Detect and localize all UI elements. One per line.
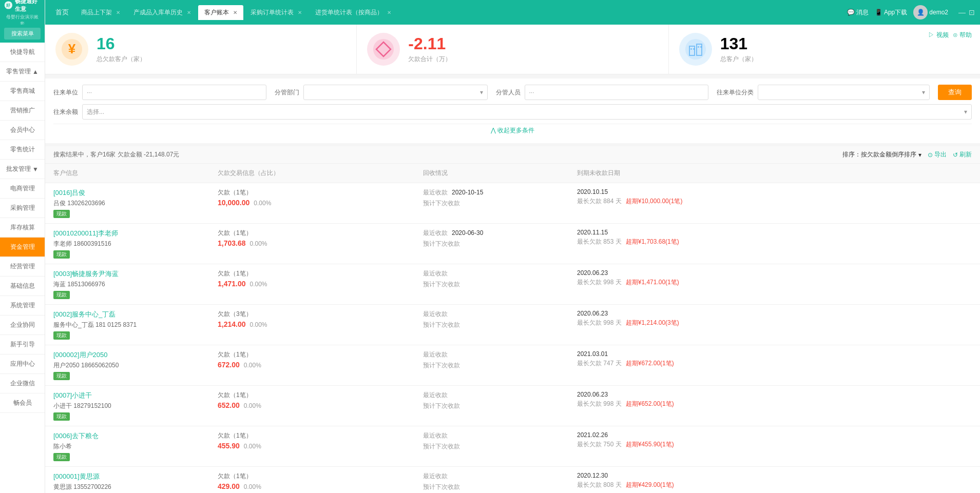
close-tab-stock-stats[interactable]: ✕ bbox=[387, 10, 391, 15]
close-tab-purchase-order[interactable]: ✕ bbox=[298, 10, 302, 15]
max-overdue-days: 最长欠款 808 天 bbox=[577, 481, 622, 489]
customer-name-link[interactable]: [0002]服务中心_丁磊 bbox=[53, 310, 218, 319]
debt-cell: 欠款（3笔） 1,214.00 0.00% bbox=[218, 310, 423, 329]
overdue-link[interactable]: 超期¥672.00(1笔) bbox=[626, 359, 674, 368]
refresh-button[interactable]: ↺ 刷新 bbox=[953, 150, 972, 159]
sort-button[interactable]: 排序：按欠款金额倒序排序 ▾ bbox=[842, 150, 921, 159]
customer-name-link[interactable]: [000002]用户2050 bbox=[53, 350, 218, 360]
dept-select[interactable]: ▾ bbox=[303, 85, 488, 100]
overdue-link[interactable]: 超期¥455.90(1笔) bbox=[626, 440, 674, 449]
debt-cell: 欠款（1笔） 672.00 0.00% bbox=[218, 350, 423, 370]
video-icon: ▷ bbox=[928, 31, 934, 38]
from-unit-input[interactable]: ··· bbox=[82, 85, 266, 100]
overdue-link[interactable]: 超期¥1,471.00(1笔) bbox=[626, 278, 679, 287]
export-button[interactable]: ⊙ 导出 bbox=[928, 150, 947, 159]
tab-stock-stats[interactable]: 进货单统计表（按商品） ✕ bbox=[309, 5, 397, 20]
close-tab-product-history[interactable]: ✕ bbox=[187, 10, 191, 15]
next-collect: 预计下次收款 bbox=[423, 483, 577, 491]
sidebar-item-retail-mall[interactable]: 零售商城 bbox=[0, 82, 45, 101]
unit-class-select[interactable]: ▾ bbox=[758, 85, 930, 100]
sidebar-item-finance[interactable]: 资金管理 bbox=[0, 238, 45, 257]
sidebar-item-vip[interactable]: 畅会员 bbox=[0, 393, 45, 413]
collection-cell: 最近收款 2020-06-30 预计下次收款 bbox=[423, 229, 577, 248]
customer-cell: [0006]去下粮仓 陈小希 现款 bbox=[53, 431, 218, 461]
sidebar-item-ecommerce[interactable]: 电商管理 bbox=[0, 179, 45, 199]
table-row: [00010200011]李老师 李老师 18600391516 现款 欠款（1… bbox=[45, 224, 980, 264]
close-tab-customer-account[interactable]: ✕ bbox=[233, 10, 237, 15]
minimize-icon[interactable]: — bbox=[958, 8, 966, 16]
balance-chevron-icon: ▾ bbox=[964, 108, 967, 115]
tab-product-history[interactable]: 产成品入库单历史 ✕ bbox=[127, 5, 197, 20]
sidebar-item-inventory[interactable]: 库存核算 bbox=[0, 218, 45, 238]
debt-amount: 652.00 bbox=[218, 401, 240, 409]
customer-tag: 现款 bbox=[53, 331, 70, 340]
filter-balance: 往来余额 选择... ▾ bbox=[53, 104, 972, 120]
debt-cell: 欠款（1笔） 10,000.00 0.00% bbox=[218, 188, 423, 208]
close-tab-product-offline[interactable]: ✕ bbox=[116, 10, 120, 15]
customer-name-link[interactable]: [0006]去下粮仓 bbox=[53, 431, 218, 441]
filter-dept: 分管部门 ▾ bbox=[275, 85, 488, 100]
debt-percent: 0.00% bbox=[244, 362, 261, 369]
sidebar-item-batch-mgmt[interactable]: 批发管理 ▼ bbox=[0, 160, 45, 179]
sidebar-item-marketing[interactable]: 营销推广 bbox=[0, 101, 45, 121]
customer-name-link[interactable]: [0016]吕俊 bbox=[53, 188, 218, 198]
building-icon bbox=[684, 38, 707, 61]
collapse-filter-button[interactable]: ⋀ 收起更多条件 bbox=[53, 124, 972, 137]
help-button[interactable]: ⊙ 帮助 bbox=[953, 31, 972, 40]
customer-name-link[interactable]: [0007]小进干 bbox=[53, 391, 218, 400]
customer-cell: [0007]小进干 小进干 18279152100 现款 bbox=[53, 391, 218, 421]
last-collect-label: 最近收款 bbox=[423, 350, 448, 359]
last-collect-label: 最近收款 bbox=[423, 188, 448, 197]
customer-phone: 吕俊 13026203696 bbox=[53, 199, 218, 208]
sidebar-item-guide[interactable]: 新手引导 bbox=[0, 335, 45, 354]
sidebar-item-retail-mgmt[interactable]: 零售管理 ▲ bbox=[0, 62, 45, 82]
expand-arrow-icon: ▲ bbox=[32, 68, 39, 75]
stat-body-debt: -2.11 欠款合计（万） bbox=[408, 35, 658, 64]
sidebar-item-apps[interactable]: 应用中心 bbox=[0, 354, 45, 374]
customer-name-link[interactable]: [00010200011]李老师 bbox=[53, 229, 218, 238]
stat-label-debtors: 总欠款客户（家） bbox=[97, 55, 346, 64]
sidebar-item-purchase[interactable]: 采购管理 bbox=[0, 199, 45, 218]
message-button[interactable]: 💬 消息 bbox=[847, 8, 869, 17]
user-avatar[interactable]: 👤 demo2 bbox=[913, 5, 948, 19]
max-overdue-days: 最长欠款 998 天 bbox=[577, 319, 622, 327]
filter-unit-class: 往来单位分类 ▾ bbox=[717, 85, 930, 100]
debt-cell: 欠款（1笔） 455.90 0.00% bbox=[218, 431, 423, 451]
balance-select[interactable]: 选择... ▾ bbox=[82, 104, 972, 120]
sidebar-item-member[interactable]: 会员中心 bbox=[0, 121, 45, 140]
tab-purchase-order[interactable]: 采购订单统计表 ✕ bbox=[244, 5, 308, 20]
customer-cell: [000002]用户2050 用户2050 18665062050 现款 bbox=[53, 350, 218, 380]
overdue-link[interactable]: 超期¥652.00(1笔) bbox=[626, 400, 674, 408]
customer-name-link[interactable]: [000001]黄思源 bbox=[53, 472, 218, 481]
logo-text: 畅捷通好生意 bbox=[15, 0, 41, 13]
table-row: [0016]吕俊 吕俊 13026203696 现款 欠款（1笔） 10,000… bbox=[45, 183, 980, 224]
svg-text:¥: ¥ bbox=[68, 41, 76, 56]
tab-home[interactable]: 首页 bbox=[50, 5, 74, 20]
person-dots: ··· bbox=[529, 89, 534, 96]
overdue-link[interactable]: 超期¥1,703.68(1笔) bbox=[626, 238, 679, 246]
person-input[interactable]: ··· bbox=[525, 85, 709, 100]
search-button[interactable]: 查询 bbox=[938, 85, 972, 100]
sidebar-item-quick-nav[interactable]: 快捷导航 bbox=[0, 43, 45, 62]
main-area: 首页 商品上下架 ✕ 产成品入库单历史 ✕ 客户账本 ✕ 采购订单统计表 ✕ 进… bbox=[45, 0, 980, 493]
maximize-icon[interactable]: ⊡ bbox=[969, 8, 975, 16]
overdue-link[interactable]: 超期¥10,000.00(1笔) bbox=[626, 197, 683, 206]
tab-product-offline[interactable]: 商品上下架 ✕ bbox=[75, 5, 126, 20]
sidebar-item-enterprise[interactable]: 企业协同 bbox=[0, 315, 45, 335]
overdue-link[interactable]: 超期¥1,214.00(3笔) bbox=[626, 319, 679, 327]
sidebar-item-system[interactable]: 系统管理 bbox=[0, 296, 45, 315]
search-menu-button[interactable]: 搜索菜单 bbox=[4, 28, 41, 40]
sidebar-item-wechat[interactable]: 企业微信 bbox=[0, 374, 45, 393]
sort-chevron-icon: ▾ bbox=[918, 151, 921, 159]
next-collect: 预计下次收款 bbox=[423, 280, 577, 289]
tab-customer-account[interactable]: 客户账本 ✕ bbox=[198, 5, 243, 20]
app-download-button[interactable]: 📱 App下载 bbox=[875, 8, 907, 17]
duedate-cell: 2020.10.15 最长欠款 884 天 超期¥10,000.00(1笔) bbox=[577, 188, 972, 206]
customer-name-link[interactable]: [0003]畅捷服务尹海蓝 bbox=[53, 269, 218, 279]
due-date: 2020.12.30 bbox=[577, 472, 972, 479]
sidebar-item-retail-stats[interactable]: 零售统计 bbox=[0, 140, 45, 160]
view-video-button[interactable]: ▷ 视频 bbox=[928, 31, 948, 40]
sidebar-item-operations[interactable]: 经营管理 bbox=[0, 257, 45, 277]
overdue-link[interactable]: 超期¥429.00(1笔) bbox=[626, 481, 674, 489]
sidebar-item-basic-info[interactable]: 基础信息 bbox=[0, 277, 45, 296]
